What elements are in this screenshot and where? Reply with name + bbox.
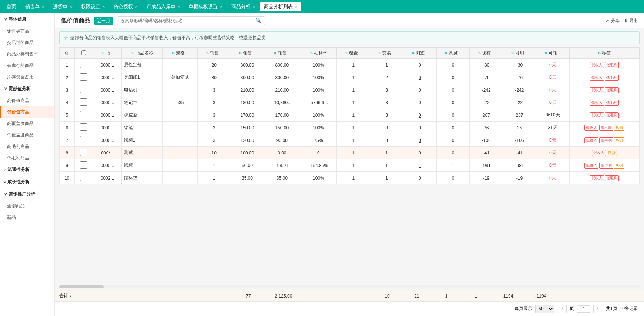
sidebar-item-high-coverage[interactable]: 高覆盖度商品 — [0, 118, 54, 129]
row-sale1: 1 — [197, 159, 231, 172]
page-number-input[interactable] — [577, 305, 590, 313]
close-icon[interactable]: × — [70, 4, 72, 9]
row-checkbox[interactable] — [74, 122, 93, 134]
sidebar-group-overall[interactable]: ∨ 整体信息 — [0, 13, 54, 26]
sidebar-item-stock-products[interactable]: 有库存的商品 — [0, 60, 54, 71]
row-checkbox[interactable] — [74, 159, 93, 172]
nav-item-sales[interactable]: 销售单 × — [21, 2, 48, 11]
export-button[interactable]: ⬇ 导出 — [624, 18, 638, 24]
table-row: 7 0000... 鼠标1 3 120.00 90.00 75% 1 3 0 0… — [60, 134, 640, 147]
sidebar-item-sales-products[interactable]: 销售类商品 — [0, 26, 54, 37]
nav-item-permission[interactable]: 权限设置 × — [77, 2, 108, 11]
sidebar-item-high-value[interactable]: 高价值商品 — [0, 95, 54, 106]
close-icon[interactable]: × — [42, 4, 44, 9]
col-spec[interactable]: ⇅ 规格... — [163, 48, 198, 59]
col-checkbox[interactable] — [74, 48, 93, 59]
row-name: 属性定价 — [121, 59, 162, 71]
row-stock1: 287 — [470, 109, 503, 122]
col-sale3[interactable]: ⇅ 销售... — [264, 48, 300, 59]
row-cover: 1 — [337, 159, 370, 172]
col-name[interactable]: ⇅ 商品名称 — [121, 48, 162, 59]
row-checkbox[interactable] — [74, 71, 93, 84]
col-settings[interactable]: ⚙ — [60, 48, 75, 59]
col-gross[interactable]: ⇅ 毛利率 — [300, 48, 337, 59]
sidebar-item-all-products[interactable]: 全部商品 — [0, 200, 54, 212]
nav-item-analysis[interactable]: 商品分析 × — [228, 2, 259, 11]
row-code: 000/... — [93, 147, 121, 159]
sidebar-group-circulation[interactable]: > 流通性分析 — [0, 164, 54, 176]
row-browse2: 1 — [436, 159, 470, 172]
sidebar-group-marketing[interactable]: ∨ 营销推广分析 — [0, 188, 54, 200]
per-page-select[interactable]: 50 100 200 — [535, 305, 554, 313]
col-stock1[interactable]: ⇅ 现有... — [470, 48, 503, 59]
first-page-button[interactable]: 《 — [557, 305, 567, 313]
col-cover[interactable]: ⇅ 覆盖... — [337, 48, 370, 59]
row-gross: 100% — [300, 172, 337, 184]
col-browse1[interactable]: ⇅ 浏览... — [403, 48, 436, 59]
sidebar-group-contribution[interactable]: ∨ 贡献值分析 — [0, 83, 54, 95]
row-browse2: 0 — [436, 147, 470, 159]
nav-item-role[interactable]: 角色授权 × — [110, 2, 141, 11]
nav-item-home[interactable]: 首页 — [3, 2, 20, 11]
row-checkbox[interactable] — [74, 96, 93, 109]
search-input[interactable] — [120, 18, 254, 23]
row-browse2: 0 — [436, 134, 470, 147]
search-icon[interactable]: 🔍 — [255, 18, 262, 24]
sidebar-item-stock-capital[interactable]: 库存资金占用 — [0, 71, 54, 83]
close-icon[interactable]: × — [178, 4, 180, 9]
nav-item-template[interactable]: 单据模板设置 × — [185, 2, 226, 11]
sidebar-group-marketing-label: ∨ 营销推广分析 — [4, 191, 35, 197]
row-days: 0天 — [536, 59, 569, 71]
last-page-button[interactable]: 》 — [593, 305, 603, 313]
table-row: 6 0000... 铅笔1 3 150.00 150.00 100% 1 3 0… — [60, 122, 640, 134]
sidebar-item-category-rate[interactable]: 商品分类销售率 — [0, 48, 54, 60]
col-browse2[interactable]: ⇅ 浏览... — [436, 48, 470, 59]
row-browse1: 0 — [403, 134, 436, 147]
row-checkbox[interactable] — [74, 84, 93, 96]
row-code: 0000... — [93, 122, 121, 134]
sidebar-item-low-value[interactable]: 低价值商品 — [0, 106, 54, 118]
sidebar-item-high-profit[interactable]: 高毛利商品 — [0, 141, 54, 152]
row-checkbox[interactable] — [74, 109, 93, 122]
close-icon[interactable]: × — [295, 4, 297, 9]
info-text: 这部分商品的销售收入大幅低于商品平均销售收入，价值不高，可考虑调整营销策略，或是… — [70, 35, 266, 41]
col-code[interactable]: ⇅ 商... — [93, 48, 121, 59]
col-tags[interactable]: ⇅ 标签 — [569, 48, 639, 59]
period-button[interactable]: 近一月 — [94, 17, 113, 25]
table-row: 9 0000... 鼠标 1 60.00 -98.91 -164.85% 1 1… — [60, 159, 640, 172]
nav-item-inbound[interactable]: 产成品入库单 × — [143, 2, 184, 11]
row-checkbox[interactable] — [74, 134, 93, 147]
close-icon[interactable]: × — [220, 4, 222, 9]
col-trade[interactable]: ⇅ 交易... — [370, 48, 403, 59]
scrollbar-thumb[interactable] — [59, 285, 104, 288]
sidebar-item-low-coverage[interactable]: 低覆盖度商品 — [0, 129, 54, 141]
col-sale2[interactable]: ⇅ 销售... — [231, 48, 264, 59]
col-sale1[interactable]: ⇅ 销售... — [197, 48, 231, 59]
col-days[interactable]: ⇅ 可销... — [536, 48, 569, 59]
close-icon[interactable]: × — [135, 4, 137, 9]
footer-stock1: -1194 — [494, 293, 520, 299]
close-icon[interactable]: × — [253, 4, 255, 9]
sidebar-group-growth[interactable]: > 成长性分析 — [0, 176, 54, 188]
row-checkbox[interactable] — [74, 172, 93, 184]
sidebar-item-new-products[interactable]: 新品 — [0, 212, 54, 223]
app-root: 首页 销售单 × 进货单 × 权限设置 × 角色授权 × 产成品入库单 × 单据… — [0, 0, 644, 316]
row-browse1: 0 — [403, 109, 436, 122]
row-checkbox[interactable] — [74, 59, 93, 71]
sidebar-item-traded-products[interactable]: 交易过的商品 — [0, 37, 54, 48]
row-code: 0000... — [93, 109, 121, 122]
col-stock2[interactable]: ⇅ 可用... — [503, 48, 536, 59]
close-icon[interactable]: × — [103, 4, 105, 9]
row-checkbox[interactable] — [74, 147, 93, 159]
nav-item-purchase[interactable]: 进货单 × — [49, 2, 76, 11]
row-stock2: -22 — [503, 96, 536, 109]
horizontal-scrollbar[interactable] — [59, 285, 640, 288]
row-stock1: -19 — [470, 172, 503, 184]
row-spec: 535 — [163, 96, 198, 109]
select-all-checkbox[interactable] — [81, 50, 86, 55]
nav-item-analysis-list[interactable]: 商品分析列表 × — [260, 2, 301, 11]
sidebar-item-low-profit[interactable]: 低毛利商品 — [0, 152, 54, 164]
share-button[interactable]: ↗ 分享 — [606, 18, 620, 24]
row-trade: 3 — [370, 84, 403, 96]
row-sale1: 3 — [197, 84, 231, 96]
